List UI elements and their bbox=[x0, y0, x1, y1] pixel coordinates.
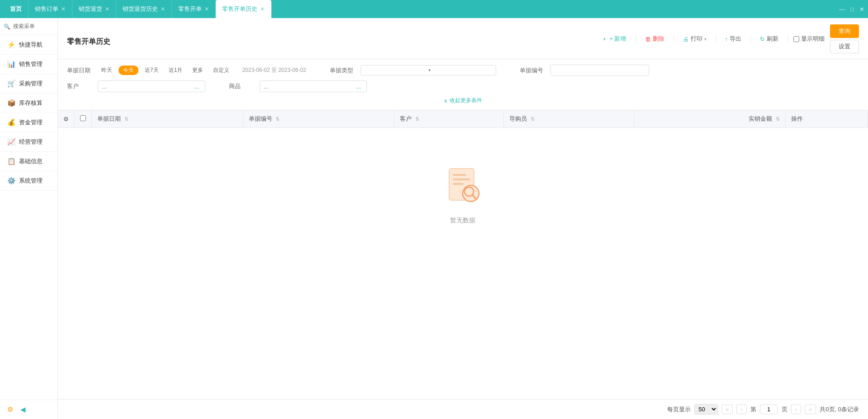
total-info: 共0页, 0条记录 bbox=[820, 405, 859, 414]
print-button[interactable]: 🖨 打印 ▾ bbox=[679, 33, 710, 45]
sidebar-item-finance[interactable]: 💰 资金管理 bbox=[0, 113, 57, 132]
add-button[interactable]: ＋ + 新增 bbox=[598, 33, 630, 45]
delete-button[interactable]: 🗑 删除 bbox=[641, 33, 668, 45]
date-btn-custom[interactable]: 自定义 bbox=[209, 66, 233, 75]
print-arrow-icon: ▾ bbox=[704, 37, 707, 42]
sidebar-item-basic-info[interactable]: 📋 基础信息 bbox=[0, 152, 57, 171]
date-btn-1month[interactable]: 近1月 bbox=[165, 66, 186, 75]
operations-icon: 📈 bbox=[7, 138, 15, 146]
page-title: 零售开单历史 bbox=[67, 37, 110, 47]
tab-sales-order[interactable]: 销售订单 ✕ bbox=[28, 0, 72, 18]
settings-icon[interactable]: ⚙ bbox=[7, 405, 13, 414]
sidebar-item-quick-nav[interactable]: ⚡ 快捷导航 bbox=[0, 35, 57, 55]
refresh-button[interactable]: ↻ 刷新 bbox=[756, 33, 782, 45]
sidebar-item-sales-mgmt[interactable]: 📊 销售管理 bbox=[0, 55, 57, 74]
sidebar-search[interactable]: 🔍 搜索采单 bbox=[0, 18, 57, 35]
th-doc-no: 单据编号 ⇅ bbox=[243, 110, 394, 128]
client-input[interactable] bbox=[102, 83, 192, 90]
tab-retail-open[interactable]: 零售开单 ✕ bbox=[172, 0, 216, 18]
doc-type-label: 单据类型 bbox=[330, 66, 355, 75]
finance-icon: 💰 bbox=[7, 118, 15, 127]
svg-rect-1 bbox=[453, 174, 466, 176]
client-picker-btn[interactable]: ... bbox=[192, 83, 201, 90]
doc-type-select[interactable]: ▾ bbox=[360, 65, 496, 75]
tab-home[interactable]: 首页 bbox=[4, 0, 28, 18]
toolbar-divider2 bbox=[674, 35, 674, 42]
sidebar-item-purchase-mgmt[interactable]: 🛒 采购管理 bbox=[0, 74, 57, 94]
toolbar-divider3 bbox=[716, 35, 716, 42]
chevron-down-icon: ▾ bbox=[428, 67, 492, 73]
close-icon[interactable]: ✕ bbox=[161, 6, 165, 12]
th-amount: 实销金额 ⇅ bbox=[634, 110, 786, 128]
page-size-select[interactable]: 10 20 50 100 bbox=[694, 404, 718, 414]
client-input-wrap: ... bbox=[98, 80, 205, 92]
quick-nav-icon: ⚡ bbox=[7, 41, 15, 49]
sidebar-bottom: ⚙ ◀ bbox=[0, 400, 57, 419]
sidebar-search-label: 搜索采单 bbox=[13, 23, 35, 30]
empty-icon bbox=[440, 164, 485, 209]
select-all-checkbox[interactable] bbox=[80, 115, 86, 121]
main-layout: 🔍 搜索采单 ⚡ 快捷导航 📊 销售管理 🛒 采购管理 📦 库存核算 💰 资金管… bbox=[0, 18, 868, 419]
table-header: ⚙ 单据日期 ⇅ 单据编号 ⇅ bbox=[58, 110, 868, 128]
close-window-btn[interactable]: ✕ bbox=[859, 6, 864, 13]
tab-sales-return[interactable]: 销货退货 ✕ bbox=[72, 0, 116, 18]
close-icon[interactable]: ✕ bbox=[260, 6, 265, 12]
date-range: 2023-06-02 至 2023-06-02 bbox=[242, 66, 306, 74]
query-settings-wrap: 查询 设置 bbox=[830, 24, 859, 53]
goods-input[interactable] bbox=[264, 83, 354, 90]
sort-icon[interactable]: ⇅ bbox=[415, 116, 419, 122]
gear-icon[interactable]: ⚙ bbox=[63, 116, 69, 122]
page-size-label: 每页显示 bbox=[667, 405, 691, 414]
next-page-btn[interactable]: › bbox=[791, 405, 801, 414]
goods-picker-btn[interactable]: ... bbox=[354, 83, 363, 90]
last-page-btn[interactable]: » bbox=[805, 405, 816, 414]
close-icon[interactable]: ✕ bbox=[61, 6, 66, 12]
collapse-more-conditions[interactable]: ∧ 收起更多条件 bbox=[67, 97, 859, 104]
query-button[interactable]: 查询 bbox=[830, 24, 859, 38]
tab-retail-open-history[interactable]: 零售开单历史 ✕ bbox=[216, 0, 271, 18]
tab-sales-return-history[interactable]: 销货退货历史 ✕ bbox=[116, 0, 172, 18]
sidebar-item-sys-mgmt[interactable]: ⚙️ 系统管理 bbox=[0, 171, 57, 191]
sort-icon[interactable]: ⇅ bbox=[275, 116, 280, 122]
filter-row-2: 客户 ... 商品 ... bbox=[67, 80, 859, 92]
sidebar-item-inventory[interactable]: 📦 库存核算 bbox=[0, 94, 57, 113]
toolbar-divider5 bbox=[787, 35, 788, 42]
refresh-icon: ↻ bbox=[760, 36, 765, 42]
display-detail-checkbox[interactable] bbox=[793, 36, 799, 42]
close-icon[interactable]: ✕ bbox=[105, 6, 109, 12]
sidebar-item-label: 销售管理 bbox=[19, 60, 43, 68]
pagination-bar: 每页显示 10 20 50 100 « ‹ 第 页 › » 共0页, 0条记录 bbox=[58, 399, 868, 419]
top-nav: 首页 销售订单 ✕ 销货退货 ✕ 销货退货历史 ✕ 零售开单 ✕ 零售开单历史 … bbox=[0, 0, 868, 18]
print-icon: 🖨 bbox=[683, 36, 689, 42]
close-icon[interactable]: ✕ bbox=[204, 6, 209, 12]
empty-text: 暂无数据 bbox=[450, 217, 475, 225]
sidebar-item-label: 基础信息 bbox=[19, 157, 43, 165]
collapse-sidebar-icon[interactable]: ◀ bbox=[20, 405, 26, 414]
date-btn-more[interactable]: 更多 bbox=[189, 66, 207, 75]
sidebar-item-label: 快捷导航 bbox=[19, 41, 43, 49]
sort-icon[interactable]: ⇅ bbox=[531, 116, 535, 122]
date-btn-7days[interactable]: 近7天 bbox=[141, 66, 162, 75]
sidebar-item-label: 系统管理 bbox=[19, 177, 43, 185]
export-button[interactable]: ↑ 导出 bbox=[721, 33, 745, 45]
date-btn-yesterday[interactable]: 昨天 bbox=[98, 66, 116, 75]
sidebar-item-operations[interactable]: 📈 经营管理 bbox=[0, 132, 57, 152]
doc-number-label: 单据编号 bbox=[520, 66, 545, 75]
sort-icon[interactable]: ⇅ bbox=[776, 116, 780, 122]
filter-row-1: 单据日期 昨天 今天 近7天 近1月 更多 自定义 2023-06-02 至 2… bbox=[67, 65, 859, 76]
sidebar-item-label: 经营管理 bbox=[19, 138, 43, 146]
toolbar-divider bbox=[636, 35, 636, 42]
page-number-input[interactable] bbox=[760, 405, 778, 414]
minimize-btn[interactable]: — bbox=[839, 6, 845, 13]
sort-icon[interactable]: ⇅ bbox=[124, 116, 128, 122]
doc-number-input[interactable] bbox=[555, 67, 645, 74]
basic-info-icon: 📋 bbox=[7, 157, 15, 165]
first-page-btn[interactable]: « bbox=[721, 405, 733, 414]
page-label-pre: 第 bbox=[750, 405, 756, 414]
date-btn-today[interactable]: 今天 bbox=[119, 66, 138, 75]
purchase-mgmt-icon: 🛒 bbox=[7, 80, 15, 88]
settings-button[interactable]: 设置 bbox=[830, 40, 859, 53]
prev-page-btn[interactable]: ‹ bbox=[736, 405, 746, 414]
maximize-btn[interactable]: □ bbox=[850, 6, 854, 13]
add-icon: ＋ bbox=[602, 35, 607, 43]
